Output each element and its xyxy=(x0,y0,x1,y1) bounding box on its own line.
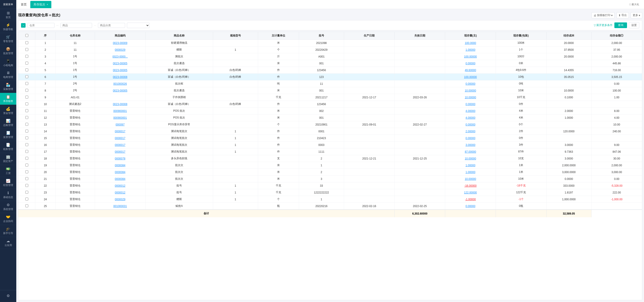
tab-close-button[interactable]: × xyxy=(46,1,48,8)
row-checkbox[interactable] xyxy=(25,177,28,180)
row-checkbox[interactable] xyxy=(25,164,28,167)
row-checkbox-cell[interactable] xyxy=(18,189,35,196)
row-checkbox-cell[interactable] xyxy=(18,94,35,101)
row-checkbox[interactable] xyxy=(25,184,28,187)
fullscreen-button[interactable]: □ 最大化 xyxy=(628,2,640,7)
category-input[interactable] xyxy=(98,23,125,28)
sidebar-item-basic[interactable]: ℹ 基础信息 xyxy=(0,189,16,201)
row-checkbox[interactable] xyxy=(25,68,28,71)
sidebar-item-quick-nav[interactable]: ⚡ 快捷导航 xyxy=(0,21,16,33)
row-qty-main[interactable]: 0.00000 xyxy=(445,135,496,141)
row-checkbox-cell[interactable] xyxy=(18,155,35,162)
row-checkbox[interactable] xyxy=(25,123,28,126)
sidebar-item-overall[interactable]: 📊 总账管理 xyxy=(0,117,16,129)
row-checkbox[interactable] xyxy=(25,170,28,173)
export-button[interactable]: ⬆ 导出 xyxy=(616,12,629,18)
row-code[interactable]: 0000084 xyxy=(95,176,146,182)
row-checkbox-cell[interactable] xyxy=(18,148,35,155)
row-checkbox-cell[interactable] xyxy=(18,141,35,148)
row-checkbox-cell[interactable] xyxy=(18,176,35,182)
row-qty-main[interactable]: 87.00000 xyxy=(445,148,496,155)
row-checkbox[interactable] xyxy=(25,102,28,105)
row-checkbox[interactable] xyxy=(25,75,28,78)
category-select[interactable] xyxy=(127,23,150,28)
row-qty-main[interactable]: 3.00000 xyxy=(445,141,496,148)
row-code[interactable]: 0023-00005 xyxy=(95,67,146,74)
row-qty-main[interactable]: 1.00000 xyxy=(445,162,496,169)
row-checkbox-cell[interactable] xyxy=(18,114,35,121)
row-checkbox-cell[interactable] xyxy=(18,101,35,108)
sidebar-item-tax[interactable]: 📑 税务管理 xyxy=(0,141,16,153)
row-qty-main[interactable]: 2.00000 xyxy=(445,128,496,135)
sidebar-item-collab[interactable]: 🤝 企业协同 xyxy=(0,213,16,225)
row-code[interactable]: 0000029 xyxy=(95,196,146,203)
row-code[interactable]: 0000012 xyxy=(95,189,146,196)
row-qty-main[interactable]: 10.00000 xyxy=(445,155,496,162)
row-qty-main[interactable]: 4.00000 xyxy=(445,108,496,114)
row-checkbox[interactable] xyxy=(25,136,28,139)
sidebar-item-ecom[interactable]: 🖥 电商管理 xyxy=(0,69,16,81)
sidebar-item-purchase[interactable]: 🏪 采购管理 xyxy=(0,81,16,93)
row-qty-main[interactable]: 10.00000 xyxy=(445,87,496,94)
row-qty-main[interactable]: 122.00000 xyxy=(445,189,496,196)
row-checkbox[interactable] xyxy=(25,143,28,146)
sidebar-item-inventory[interactable]: 📋 库存核查 xyxy=(0,93,16,105)
row-checkbox[interactable] xyxy=(25,116,28,119)
row-checkbox[interactable] xyxy=(25,62,28,65)
row-qty-main[interactable]: 1.00000 xyxy=(445,169,496,176)
sidebar-item-fixed-assets[interactable]: 🏢 固定资产 xyxy=(0,153,16,165)
sidebar-item-ops[interactable]: 📈 经营管理 xyxy=(0,177,16,189)
row-qty-main[interactable]: 0.00000 xyxy=(445,101,496,108)
row-code[interactable]: 0023-00005 xyxy=(95,60,146,67)
select-all-checkbox[interactable] xyxy=(25,34,28,37)
row-checkbox[interactable] xyxy=(25,191,28,194)
row-checkbox[interactable] xyxy=(25,150,28,153)
row-qty-main[interactable]: 0.00000 xyxy=(445,60,496,67)
row-qty-main[interactable]: 0.00000 xyxy=(445,80,496,87)
row-checkbox-cell[interactable] xyxy=(18,135,35,141)
sidebar-settings[interactable]: ⚙ xyxy=(0,290,16,302)
inventory-tab[interactable]: 库存批次 × xyxy=(30,1,51,8)
row-checkbox-cell[interactable] xyxy=(18,40,35,46)
goods-input[interactable] xyxy=(60,23,92,28)
row-qty-main[interactable]: 10.00000 xyxy=(445,94,496,101)
row-code[interactable]: 0023-00008 xyxy=(95,101,146,108)
sidebar-item-new-guide[interactable]: 🎓 新手引导 xyxy=(0,225,16,237)
row-checkbox-cell[interactable] xyxy=(18,74,35,80)
row-checkbox-cell[interactable] xyxy=(18,182,35,189)
sidebar-item-cloud[interactable]: ☁ 云应用 xyxy=(0,237,16,249)
column-settings-button[interactable]: 设置 xyxy=(629,22,639,28)
search-button[interactable]: 查询 xyxy=(614,23,627,28)
row-qty-main[interactable]: 10.00000 xyxy=(445,176,496,182)
row-code[interactable]: 0000017 xyxy=(95,135,146,141)
row-qty-main[interactable]: -16.00000 xyxy=(445,182,496,189)
home-tab[interactable]: 首页 xyxy=(18,0,30,9)
row-qty-main[interactable]: 100.00000 xyxy=(445,53,496,60)
row-checkbox[interactable] xyxy=(25,55,28,58)
row-code[interactable]: 0000084 xyxy=(95,169,146,176)
sidebar-item-home[interactable]: ⊞ 首页 xyxy=(0,9,16,21)
row-checkbox[interactable] xyxy=(25,41,28,44)
row-qty-main[interactable]: -1.00000 xyxy=(445,196,496,203)
row-checkbox[interactable] xyxy=(25,109,28,112)
row-checkbox-cell[interactable] xyxy=(18,53,35,60)
row-checkbox-cell[interactable] xyxy=(18,80,35,87)
sidebar-item-assets[interactable]: 💰 资金管理 xyxy=(0,105,16,117)
row-code[interactable]: 0000029 xyxy=(95,46,146,53)
sidebar-item-mini-ecom[interactable]: 📱 小程电商 xyxy=(0,57,16,69)
row-qty-main[interactable]: 49.60000 xyxy=(445,67,496,74)
row-checkbox-cell[interactable] xyxy=(18,203,35,210)
row-checkbox[interactable] xyxy=(25,130,28,132)
row-checkbox[interactable] xyxy=(25,157,28,160)
row-checkbox-cell[interactable] xyxy=(18,108,35,114)
sidebar-item-invoice[interactable]: 🧾 发票管理 xyxy=(0,129,16,141)
row-checkbox[interactable] xyxy=(25,204,28,207)
row-qty-main[interactable]: 100.0000 xyxy=(445,40,496,46)
print-button[interactable]: 🖨 按模板打印 ▾ xyxy=(592,12,614,18)
row-checkbox-cell[interactable] xyxy=(18,121,35,128)
row-qty-main[interactable]: 4.00000 xyxy=(445,114,496,121)
sidebar-item-labor[interactable]: 💵 工资 xyxy=(0,165,16,177)
row-code[interactable] xyxy=(95,94,146,101)
row-checkbox-cell[interactable] xyxy=(18,67,35,74)
row-qty-main[interactable]: 1.00000 xyxy=(445,46,496,53)
